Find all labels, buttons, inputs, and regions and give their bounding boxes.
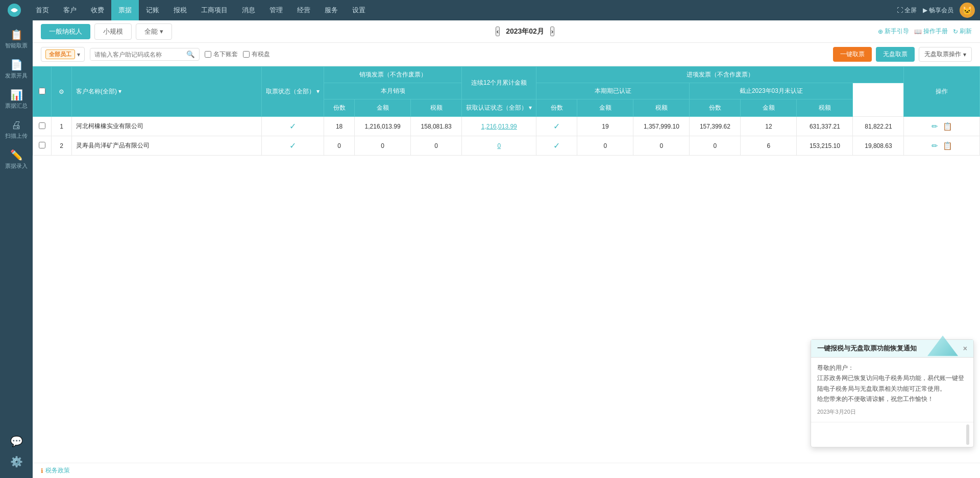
th-quzhuang: 取票状态（全部） ▾ [261,67,324,117]
no-disk-ticket-btn[interactable]: 无盘取票 [876,47,915,62]
guide-icon: ⊕ [878,28,883,35]
settings-icon: ⚙️ [10,457,23,467]
user-avatar[interactable]: 🐱 [960,3,975,18]
th-huoqu-state-text: 获取认证状态（全部） [466,104,527,111]
row1-benqi-shuie: 157,399.62 [690,117,741,136]
youshuipan-checkbox[interactable] [243,51,250,58]
employee-filter[interactable]: 全部员工 ▾ [41,47,85,62]
no-disk-ops-btn[interactable]: 无盘取票操作 ▾ [919,47,972,62]
tab-small-scale[interactable]: 小规模 [94,23,132,40]
refresh-link[interactable]: ↻ 刷新 [953,27,972,36]
notification-line1: 尊敬的用户： [817,363,967,373]
manual-icon: 📖 [914,28,922,35]
th-quzhuang-filter-icon[interactable]: ▾ [316,88,320,95]
sidebar-item-label-invoice: 发票开具 [5,72,28,80]
th-benyue: 本月销项 [324,83,462,99]
th-huoqu-state: 获取认证状态（全部） ▾ [462,99,536,117]
table-row: 2 灵寿县尚泽矿产品有限公司 ✓ 0 0 0 0 ✓ [33,136,980,156]
one-click-ticket-btn[interactable]: 一键取票 [833,47,872,62]
fullscreen-btn[interactable]: ⛶ 全屏 [897,6,917,15]
nav-message[interactable]: 消息 [235,0,262,20]
tax-policy-link[interactable]: 税务政策 [45,466,70,475]
th-checkbox [33,67,52,117]
row2-wei-shuie: 19,808.63 [853,136,904,156]
nav-ticket[interactable]: 票据 [111,0,139,20]
row1-no: 1 [52,117,72,136]
settings-table-icon[interactable]: ⚙ [59,88,64,95]
sidebar-item-entry[interactable]: ✏️ 票据录入 [0,145,33,175]
nav-home[interactable]: 首页 [29,0,56,20]
sub-tabs-right-actions: ⊕ 新手引导 📖 操作手册 ↻ 刷新 [878,27,972,36]
new-guide-link[interactable]: ⊕ 新手引导 [878,27,909,36]
row2-wei-fensu: 6 [741,136,797,156]
nav-bookkeeping[interactable]: 记账 [139,0,166,20]
notification-close-btn[interactable]: × [963,344,967,353]
row2-checkbox-cell [33,136,52,156]
vip-icon: ▶ [923,7,927,14]
search-box: 🔍 [90,48,200,61]
tab-all[interactable]: 全能 ▾ [136,23,172,40]
row2-benyue-jine: 0 [355,136,411,156]
th-xiaoxiao-group: 销项发票（不含作废票） [324,67,462,83]
th-benqi-shuie: 税额 [633,99,690,117]
tab-all-dropdown-icon: ▾ [160,28,163,35]
th-jinxiao-group: 进项发票（不含作废票） [536,67,904,83]
no-disk-ops-dropdown-icon: ▾ [963,51,966,58]
row2-benqi-shuie: 0 [690,136,741,156]
entry-icon: ✏️ [10,150,23,160]
notification-scrollbar [811,422,973,447]
nav-business[interactable]: 工商项目 [194,0,235,20]
row2-leiji-link[interactable]: 0 [497,142,501,149]
th-benyue-fensu: 份数 [324,99,355,117]
next-month-btn[interactable]: › [550,27,554,36]
row2-view-icon[interactable]: 📋 [943,141,952,150]
row2-no: 2 [52,136,72,156]
xiazhangao-checkbox[interactable] [205,51,211,58]
search-input[interactable] [90,49,182,60]
nav-fee[interactable]: 收费 [84,0,111,20]
nav-customer[interactable]: 客户 [56,0,84,20]
th-benyue-jine: 金额 [355,99,411,117]
xiazhangao-filter[interactable]: 名下账套 [205,50,238,59]
row1-view-icon[interactable]: 📋 [943,122,952,131]
th-customer-filter-icon[interactable]: ▾ [118,88,121,95]
sidebar-item-chat[interactable]: 💬 [0,431,33,451]
youshuipan-label: 有税盘 [252,50,270,59]
nav-tax[interactable]: 报税 [166,0,194,20]
nav-manage[interactable]: 管理 [262,0,290,20]
refresh-icon: ↻ [953,28,958,35]
info-icon: ℹ [41,467,43,474]
row1-leiji-link[interactable]: 1,216,013.99 [481,123,517,130]
row1-benqi-fensu: 19 [577,117,633,136]
nav-settings[interactable]: 设置 [345,0,373,20]
select-all-checkbox[interactable] [39,88,45,94]
row1-edit-icon[interactable]: ✏ [932,122,938,131]
sidebar-item-settings[interactable]: ⚙️ [0,451,33,472]
search-button[interactable]: 🔍 [182,48,199,60]
sidebar-item-summary[interactable]: 📊 票据汇总 [0,85,33,115]
nav-operation[interactable]: 经营 [290,0,317,20]
row2-checkbox[interactable] [39,142,45,148]
row2-huoqu-icon: ✓ [553,141,560,150]
nav-service[interactable]: 服务 [317,0,345,20]
current-month: 2023年02月 [506,27,544,36]
sidebar-item-scan[interactable]: 🖨 扫描上传 [0,115,33,145]
prev-month-btn[interactable]: ‹ [496,27,500,36]
row2-wei-jine: 153,215.10 [797,136,853,156]
tab-general-taxpayer[interactable]: 一般纳税人 [41,24,90,39]
row2-benyue-shuie: 0 [411,136,462,156]
vip-btn[interactable]: ▶ 畅享会员 [923,6,953,15]
th-huoqu-filter-icon[interactable]: ▾ [529,104,532,111]
scan-icon: 🖨 [11,120,21,130]
youshuipan-filter[interactable]: 有税盘 [243,50,270,59]
manual-link[interactable]: 📖 操作手册 [914,27,948,36]
row1-benyue-shuie: 158,081.83 [411,117,462,136]
nav-items: 首页 客户 收费 票据 记账 报税 工商项目 消息 管理 经营 服务 设置 [29,0,897,20]
row1-benqi-jine: 1,357,999.10 [633,117,690,136]
th-benqi-jine: 金额 [577,99,633,117]
row2-quzhuang-icon: ✓ [289,141,296,150]
row2-edit-icon[interactable]: ✏ [932,141,938,150]
sidebar-item-smart-ticket[interactable]: 📋 智能取票 [0,24,33,55]
row1-checkbox[interactable] [39,122,45,129]
sidebar-item-invoice[interactable]: 📄 发票开具 [0,55,33,85]
